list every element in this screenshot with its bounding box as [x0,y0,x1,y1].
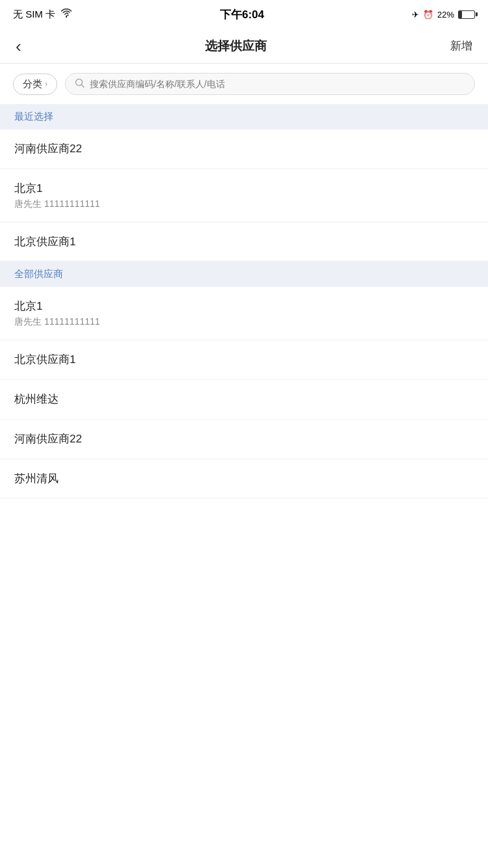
page-title: 选择供应商 [205,38,267,55]
wifi-icon [61,8,72,20]
back-button[interactable]: ‹ [16,38,21,55]
nav-bar: ‹ 选择供应商 新增 [0,29,488,64]
svg-point-0 [66,16,67,18]
all-items-list: 北京1唐先生 11111111111北京供应商1杭州维达河南供应商22苏州清风 [0,287,488,498]
item-name: 苏州清风 [14,471,474,487]
battery-percent: 22% [437,10,454,20]
category-filter[interactable]: 分类 › [13,74,57,95]
status-bar: 无 SIM 卡 下午6:04 ✈ ⏰ 22% [0,0,488,29]
filter-bar: 分类 › [0,64,488,104]
recent-section-header: 最近选择 [0,104,488,129]
status-right: ✈ ⏰ 22% [412,10,475,20]
battery-icon [458,10,475,19]
status-left: 无 SIM 卡 [13,8,72,21]
item-name: 北京供应商1 [14,234,474,250]
status-time: 下午6:04 [220,7,264,22]
recent-list-item[interactable]: 河南供应商22 [0,129,488,169]
search-input[interactable] [90,79,465,89]
add-button[interactable]: 新增 [450,38,472,53]
item-name: 河南供应商22 [14,141,474,157]
location-icon: ✈ [412,10,419,20]
all-section-label: 全部供应商 [14,268,63,279]
all-section-header: 全部供应商 [0,262,488,287]
recent-items-list: 河南供应商22北京1唐先生 11111111111北京供应商1 [0,129,488,262]
search-icon [75,78,85,90]
category-label: 分类 [23,78,42,90]
alarm-icon: ⏰ [423,10,433,20]
item-sub: 唐先生 11111111111 [14,316,474,328]
sim-status: 无 SIM 卡 [13,8,55,21]
recent-list-item[interactable]: 北京1唐先生 11111111111 [0,169,488,223]
item-sub: 唐先生 11111111111 [14,198,474,210]
search-box[interactable] [65,73,475,95]
item-name: 河南供应商22 [14,431,474,447]
recent-section-label: 最近选择 [14,111,53,122]
all-list-item[interactable]: 杭州维达 [0,380,488,420]
item-name: 北京1 [14,299,474,314]
all-list-item[interactable]: 苏州清风 [0,459,488,499]
svg-line-2 [82,85,85,88]
item-name: 北京供应商1 [14,352,474,368]
all-list-item[interactable]: 北京1唐先生 11111111111 [0,287,488,340]
chevron-right-icon: › [45,79,47,88]
all-list-item[interactable]: 河南供应商22 [0,420,488,459]
recent-list-item[interactable]: 北京供应商1 [0,223,488,262]
item-name: 北京1 [14,181,474,197]
all-list-item[interactable]: 北京供应商1 [0,340,488,380]
item-name: 杭州维达 [14,392,474,407]
